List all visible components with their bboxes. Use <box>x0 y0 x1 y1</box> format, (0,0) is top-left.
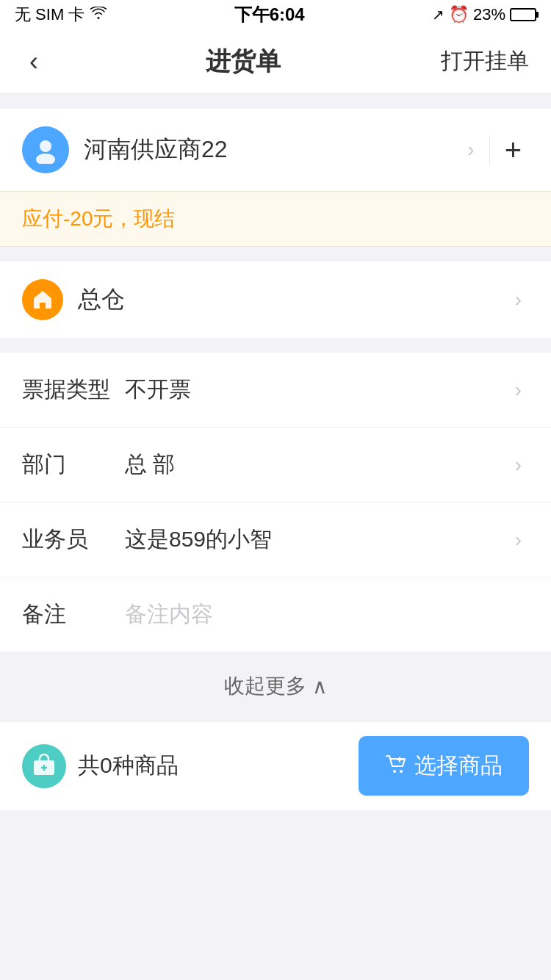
svg-point-0 <box>40 140 51 152</box>
invoice-value: 不开票 <box>125 375 515 405</box>
status-bar: 无 SIM 卡 下午6:04 ↗ ⏰ 23% <box>0 0 551 29</box>
select-product-button[interactable]: 选择商品 <box>359 736 529 796</box>
department-label: 部门 <box>22 450 125 480</box>
department-value: 总 部 <box>125 450 515 480</box>
supplier-avatar <box>22 126 69 173</box>
supplier-chevron-icon: › <box>467 138 474 162</box>
collapse-icon: ∧ <box>312 674 328 699</box>
form-section: 票据类型 不开票 › 部门 总 部 › 业务员 这是859的小智 › 备注 备注… <box>0 353 551 652</box>
bottom-bar: 共0种商品 选择商品 <box>0 721 551 810</box>
battery-percent: 23% <box>473 5 505 24</box>
status-right: ↗ ⏰ 23% <box>432 5 536 24</box>
form-row-invoice[interactable]: 票据类型 不开票 › <box>0 353 551 428</box>
page-title: 进货单 <box>206 45 281 79</box>
warehouse-row[interactable]: 总仓 › <box>0 262 551 338</box>
remark-label: 备注 <box>22 599 125 630</box>
alarm-icon: ⏰ <box>449 5 469 24</box>
invoice-chevron-icon: › <box>515 378 522 402</box>
svg-point-8 <box>393 770 396 773</box>
no-sim-label: 无 SIM 卡 <box>15 4 84 26</box>
notice-banner: 应付-20元，现结 <box>0 191 551 247</box>
collapse-label: 收起更多 <box>224 672 306 700</box>
back-button[interactable]: ‹ <box>22 39 46 84</box>
salesman-chevron-icon: › <box>515 528 522 552</box>
svg-marker-3 <box>34 291 51 298</box>
notice-text: 应付-20元，现结 <box>22 207 175 230</box>
supplier-divider <box>489 135 490 165</box>
form-row-remark[interactable]: 备注 备注内容 <box>0 577 551 652</box>
department-chevron-icon: › <box>515 453 522 477</box>
supplier-row[interactable]: 河南供应商22 › + <box>0 109 551 191</box>
warehouse-chevron-icon: › <box>515 288 522 311</box>
collapse-button[interactable]: 收起更多 ∧ <box>0 652 551 721</box>
svg-point-1 <box>36 154 55 164</box>
invoice-label: 票据类型 <box>22 375 125 405</box>
salesman-value: 这是859的小智 <box>125 525 515 555</box>
status-left: 无 SIM 卡 <box>15 4 107 26</box>
product-count: 共0种商品 <box>78 751 359 781</box>
gps-icon: ↗ <box>432 6 444 24</box>
supplier-name: 河南供应商22 <box>84 134 467 166</box>
cart-icon <box>385 754 407 779</box>
wifi-icon <box>90 5 107 24</box>
select-btn-label: 选择商品 <box>414 751 503 781</box>
status-time: 下午6:04 <box>234 3 305 26</box>
content: 河南供应商22 › + 应付-20元，现结 总仓 › 票据类型 不开票 › <box>0 109 551 980</box>
supplier-section: 河南供应商22 › + 应付-20元，现结 <box>0 109 551 247</box>
form-row-department[interactable]: 部门 总 部 › <box>0 428 551 502</box>
add-button[interactable]: + <box>497 134 529 167</box>
gray-area <box>0 810 551 980</box>
svg-point-9 <box>400 770 403 773</box>
product-icon <box>22 744 66 788</box>
battery-icon <box>510 8 536 21</box>
warehouse-icon <box>22 279 63 320</box>
open-pending-button[interactable]: 打开挂单 <box>441 46 529 76</box>
svg-rect-4 <box>40 303 46 309</box>
form-row-salesman[interactable]: 业务员 这是859的小智 › <box>0 502 551 577</box>
remark-input[interactable]: 备注内容 <box>125 599 529 630</box>
salesman-label: 业务员 <box>22 525 125 555</box>
nav-bar: ‹ 进货单 打开挂单 <box>0 29 551 94</box>
warehouse-label: 总仓 <box>78 284 515 316</box>
